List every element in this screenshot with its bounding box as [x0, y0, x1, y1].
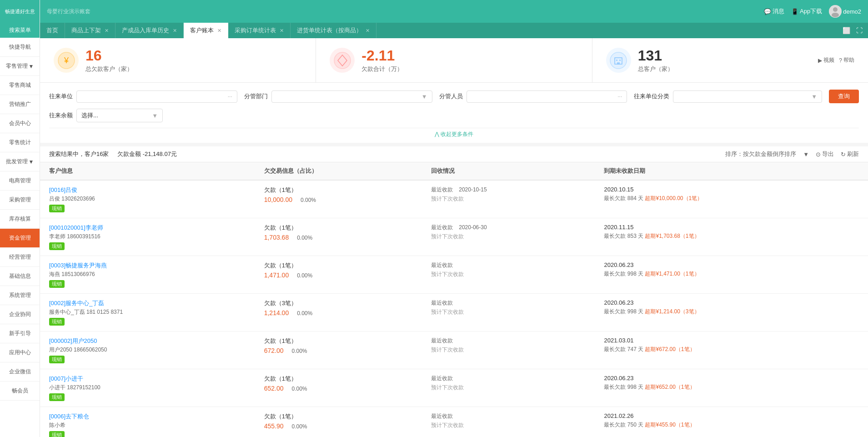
message-icon: 💬	[764, 8, 771, 15]
export-label: 导出	[822, 150, 834, 158]
balance-dropdown[interactable]: 选择... ▼	[76, 109, 163, 122]
help-icon: ?	[839, 57, 842, 64]
sidebar-item-retail-mall[interactable]: 零售商城	[0, 76, 40, 95]
tab-customer-account[interactable]: 客户账本 ✕	[184, 23, 228, 38]
export-btn[interactable]: ⊙ 导出	[816, 150, 834, 158]
sidebar-item-retail-mgmt[interactable]: 零售管理 ▼	[0, 57, 40, 76]
tab-production-history[interactable]: 产成品入库单历史 ✕	[115, 23, 184, 38]
overdue-amount-link[interactable]: 超期¥10,000.00（1笔）	[645, 195, 702, 201]
debt-amount[interactable]: 1,703.68	[264, 234, 289, 241]
sidebar-item-quick-nav[interactable]: 快捷导航	[0, 38, 40, 57]
customer-name-link[interactable]: [000002]用户2050	[49, 337, 246, 345]
video-btn[interactable]: ▶ 视频	[818, 56, 834, 64]
tab-purchase-order-stats-label: 采购订单统计表	[235, 26, 276, 35]
sidebar-item-retail-stats[interactable]: 零售统计	[0, 133, 40, 152]
overdue-amount-link[interactable]: 超期¥1,703.68（1笔）	[645, 233, 699, 239]
collapse-icon: ⋀	[435, 131, 439, 137]
sidebar-item-basic-info[interactable]: 基础信息	[0, 267, 40, 286]
person-input[interactable]	[472, 93, 618, 100]
customer-name-link[interactable]: [0016]吕俊	[49, 186, 246, 194]
sidebar-logo: 畅捷通好生意	[0, 0, 40, 23]
message-btn[interactable]: 💬 消息	[764, 7, 784, 15]
due-date: 2021.02.26	[604, 412, 859, 419]
overdue-amount-link[interactable]: 超期¥672.00（1笔）	[645, 346, 695, 352]
sidebar-item-vip-member[interactable]: 畅会员	[0, 382, 40, 401]
sidebar-item-app-center[interactable]: 应用中心	[0, 343, 40, 362]
sort-label: 排序：按欠款金额倒序排序	[725, 150, 796, 158]
overdue-days-text: 最长欠款 998 天	[604, 271, 645, 277]
overdue-amount-link[interactable]: 超期¥455.90（1笔）	[645, 422, 695, 428]
customer-name-link[interactable]: [0006]去下粮仓	[49, 412, 246, 421]
customer-name-link[interactable]: [0002]服务中心_丁磊	[49, 299, 246, 307]
sidebar-item-enterprise-coop[interactable]: 企业协同	[0, 305, 40, 324]
next-collection: 预计下次收款	[431, 271, 586, 278]
window-restore-btn[interactable]: ⬜	[841, 26, 852, 35]
source-unit-input-wrapper[interactable]: ···	[76, 90, 237, 103]
debt-amount[interactable]: 10,000.00	[264, 196, 292, 203]
help-btn[interactable]: ? 帮助	[839, 56, 854, 64]
tab-home[interactable]: 首页	[40, 23, 65, 38]
debt-amount[interactable]: 1,214.00	[264, 309, 289, 316]
debt-amount[interactable]: 1,471.00	[264, 271, 289, 279]
app-download-btn[interactable]: 📱 App下载	[791, 7, 822, 15]
sidebar-item-new-guide[interactable]: 新手引导	[0, 324, 40, 343]
industry-label: 母婴行业演示账套	[47, 8, 90, 15]
sidebar-item-warehouse[interactable]: 库存核算	[0, 210, 40, 229]
tab-purchase-stats-by-product-close[interactable]: ✕	[366, 28, 370, 34]
sidebar-item-sys-mgmt[interactable]: 系统管理	[0, 286, 40, 305]
sidebar-item-member-center[interactable]: 会员中心	[0, 114, 40, 133]
customer-info-cell: [0006]去下粮仓 陈小希 现销	[40, 407, 255, 437]
customer-name-link[interactable]: [0001020001]李老师	[49, 224, 246, 232]
chevron-down-icon: ▼	[29, 159, 34, 165]
dept-label: 分管部门	[244, 92, 268, 100]
due-date-cell: 2020.06.23 最长欠款 998 天 超期¥1,471.00（1笔）	[595, 256, 868, 294]
overdue-amount-link[interactable]: 超期¥1,471.00（1笔）	[645, 271, 699, 277]
customer-name-link[interactable]: [0007]小进干	[49, 375, 246, 383]
unit-category-dropdown[interactable]: ▼	[673, 90, 822, 103]
tab-purchase-order-stats[interactable]: 采购订单统计表 ✕	[228, 23, 291, 38]
debt-count: 欠款（3笔）	[264, 299, 413, 307]
window-maximize-btn[interactable]: ⛶	[854, 26, 864, 35]
filter-row-2: 往来余额 选择... ▼	[49, 109, 859, 122]
chevron-down-icon[interactable]: ▼	[803, 151, 809, 158]
sidebar-search-btn[interactable]: 搜索菜单	[0, 23, 40, 38]
customer-name-link[interactable]: [0003]畅捷服务尹海燕	[49, 261, 246, 270]
tab-customer-account-close[interactable]: ✕	[217, 28, 221, 34]
sidebar-item-batch-mgmt[interactable]: 批发管理 ▼	[0, 152, 40, 171]
next-collection: 预计下次收款	[431, 195, 586, 203]
collapse-filters-btn[interactable]: ⋀ 收起更多条件	[49, 128, 859, 141]
customer-info-cell: [0003]畅捷服务尹海燕 海燕 18513066976 现销	[40, 256, 255, 294]
refresh-label: 刷新	[847, 150, 859, 158]
debt-ratio: 0.00%	[297, 235, 312, 241]
refresh-btn[interactable]: ↻ 刷新	[841, 150, 859, 158]
top-header: 母婴行业演示账套 💬 消息 📱 App下载 demo2	[40, 0, 868, 23]
tab-purchase-stats-by-product[interactable]: 进货单统计表（按商品） ✕	[291, 23, 376, 38]
tab-product-shelf[interactable]: 商品上下架 ✕	[65, 23, 115, 38]
card2-value: -2.11	[361, 47, 403, 64]
sidebar-item-ops-mgmt[interactable]: 经营管理	[0, 248, 40, 267]
source-unit-input[interactable]	[81, 93, 228, 100]
debt-amount[interactable]: 672.00	[264, 347, 284, 354]
dept-dropdown[interactable]: ▼	[271, 90, 432, 103]
person-input-wrapper[interactable]: ···	[467, 90, 627, 103]
overdue-amount-link[interactable]: 超期¥652.00（1笔）	[645, 384, 695, 390]
user-menu[interactable]: demo2	[829, 5, 861, 18]
sidebar-item-enterprise-wechat[interactable]: 企业微信	[0, 362, 40, 382]
tab-production-history-close[interactable]: ✕	[173, 28, 177, 34]
tab-purchase-order-stats-close[interactable]: ✕	[280, 28, 284, 34]
collapse-label: 收起更多条件	[441, 131, 473, 137]
overdue-amount-link[interactable]: 超期¥1,214.00（3笔）	[645, 308, 699, 315]
tab-home-label: 首页	[46, 26, 58, 35]
tab-product-shelf-close[interactable]: ✕	[105, 28, 109, 34]
recovery-cell: 最近收款 预计下次收款	[422, 294, 595, 332]
sidebar-item-purchase-mgmt[interactable]: 采购管理	[0, 191, 40, 210]
table-row: [000002]用户2050 用户2050 18665062050 现销 欠款（…	[40, 332, 868, 369]
debt-amount[interactable]: 455.90	[264, 422, 284, 430]
query-button[interactable]: 查询	[829, 90, 859, 103]
customer-tag: 现销	[49, 356, 65, 363]
sidebar-item-ecommerce[interactable]: 电商管理	[0, 171, 40, 191]
sidebar-item-marketing[interactable]: 营销推广	[0, 95, 40, 114]
sidebar-item-capital[interactable]: 资金管理	[0, 229, 40, 248]
result-actions: 排序：按欠款金额倒序排序 ▼ ⊙ 导出 ↻ 刷新	[725, 150, 859, 158]
debt-amount[interactable]: 652.00	[264, 385, 284, 392]
